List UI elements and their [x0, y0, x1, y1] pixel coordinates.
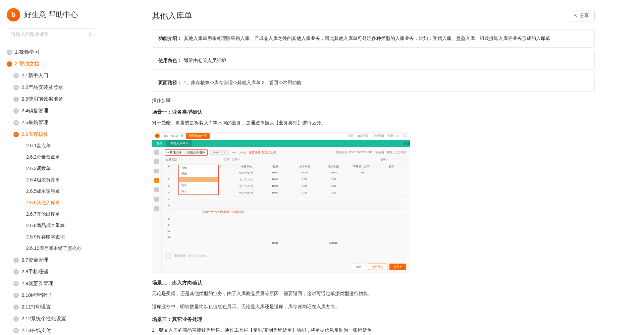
nav-label: 2.1新手入门	[21, 72, 48, 79]
nav-label: 2.9优惠券管理	[21, 280, 53, 287]
expand-icon	[13, 293, 19, 298]
nav-item[interactable]: 2.6.7其他出库单	[7, 209, 95, 220]
expand-icon	[13, 258, 19, 263]
ss-tab-home: 首页	[152, 140, 166, 147]
nav-label: 2.5采购管理	[21, 119, 48, 126]
nav-label: 2.12系统个性化设置	[21, 316, 66, 322]
ss-tab-current: 其他入库单 ×	[166, 140, 192, 147]
nav-item[interactable]: 2.6.9库存账本查询	[7, 231, 95, 243]
ss-sidebar	[152, 147, 162, 273]
nav-label: 2.4销售管理	[21, 108, 48, 114]
ss-biztype-dropdown: 其他受赠 拆装拆分	[178, 165, 219, 195]
nav-item[interactable]: 2.6.6其他入库单	[7, 197, 95, 209]
share-label: 分享	[580, 13, 589, 19]
nav-label: 2.6.6其他入库单	[26, 200, 60, 206]
main: 其他入库单 ⇱ 分享 功能介绍：其他入库单用来处理除采购入库、产成品入库之外的其…	[102, 0, 644, 335]
search-input[interactable]	[7, 28, 95, 40]
scene3-text: 1、赠品入库的商品直接转为销售。通过工具栏【复制/复制为销货单】功能，将单据信息…	[152, 326, 595, 334]
title-row: 其他入库单 ⇱ 分享	[152, 10, 595, 21]
nav-label: 2.6.1盘点单	[26, 143, 51, 149]
nav-item[interactable]: 2.11打印设置	[7, 301, 95, 313]
ss-btn-discard: 放弃	[352, 264, 366, 270]
intro-text: 其他入库单用来处理除采购入库、产成品入库之外的其他入库业务，因此其他入库单可处理…	[184, 36, 550, 41]
search-icon[interactable]: ⌕	[89, 31, 92, 37]
intro-label: 功能介绍：	[158, 36, 182, 41]
ss-radio-group: ● 其他入库 ○ 其他入库退库	[165, 149, 208, 156]
page-title: 其他入库单	[152, 10, 192, 21]
logo-row: b 好生意 帮助中心	[0, 0, 102, 28]
nav-item[interactable]: 2.3使用前数据准备	[7, 93, 95, 105]
scene2-text2: 退库业务中，明细数量均以负值红色展示。无论是入库还是退库，库存账均记在入库方向。	[152, 302, 595, 311]
embedded-screenshot: TEST-H002 ☰ 我要购加一下 消息App下载在线客服帮助中心CC 首页 …	[152, 132, 410, 273]
nav-item[interactable]: 2.6.10库存账本错了怎么办	[7, 243, 95, 254]
nav-item[interactable]: 2.6.8商品成本重算	[7, 220, 95, 231]
ss-tab-close-icon: ⋮	[404, 142, 410, 145]
nav-label: 2.6.10库存账本错了怎么办	[26, 245, 82, 252]
nav-item[interactable]: 2.6库存核算	[7, 128, 95, 140]
collapse-icon	[13, 132, 19, 137]
share-button[interactable]: ⇱ 分享	[568, 10, 595, 21]
nav-label: 1.视频学习	[15, 49, 39, 55]
role-text: 通常由仓管人员维护	[184, 58, 226, 63]
ss-logo-icon	[155, 133, 160, 138]
nav-item[interactable]: 2.7资金管理	[7, 254, 95, 266]
nav-item[interactable]: 2.6.3调拨单	[7, 163, 95, 174]
nav-item[interactable]: 2.6.2分量盘点单	[7, 152, 95, 163]
nav-label: 2.2产品安装及登录	[21, 84, 63, 91]
nav-label: 2.3使用前数据准备	[21, 96, 63, 102]
ss-btn-save: 保存 ▾	[389, 264, 406, 270]
collapse-icon	[7, 61, 12, 67]
nav-label: 2.8手机旺铺	[21, 269, 48, 275]
nav-label: 2.6.7其他出库单	[26, 211, 60, 217]
expand-icon	[7, 50, 12, 55]
scene3-title: 场景三：其它业务处理	[152, 316, 595, 323]
steps-label: 操作步骤：	[152, 98, 595, 104]
ss-sidebar-active-icon	[154, 178, 159, 183]
path-box: 页面路径：1、库存核算->库存管理->其他入库单 2、首页->常用功能	[152, 74, 595, 92]
nav-label: 2.6.5成本调整单	[26, 188, 60, 194]
nav: 1.视频学习2.帮助文档2.1新手入门2.2产品安装及登录2.3使用前数据准备2…	[0, 46, 102, 335]
expand-icon	[13, 73, 19, 78]
scene2-text1: 无论是受赠，还是其他类型的业务，由于入库商品质量等原因，需要退回，这时可通过单据…	[152, 289, 595, 298]
path-label: 页面路径：	[158, 80, 182, 85]
nav-label: 2.帮助文档	[15, 61, 39, 67]
nav-label: 2.6.3调拨单	[26, 166, 51, 172]
nav-label: 2.6.4组装拆卸单	[26, 177, 60, 183]
nav-item[interactable]: 2.8手机旺铺	[7, 266, 95, 278]
nav-item[interactable]: 2.2产品安装及登录	[7, 81, 95, 93]
nav-label: 2.7资金管理	[21, 257, 48, 263]
nav-item[interactable]: 2.帮助文档	[7, 58, 95, 70]
role-label: 使用角色：	[158, 58, 182, 63]
ss-date: 2019-12-26	[210, 150, 229, 155]
nav-item[interactable]: 2.13在线支付	[7, 325, 95, 335]
expand-icon	[13, 328, 19, 333]
nav-item[interactable]: 2.1新手入门	[7, 70, 95, 81]
nav-item[interactable]: 2.9优惠券管理	[7, 278, 95, 289]
nav-item[interactable]: 2.10经营管理	[7, 289, 95, 301]
expand-icon	[13, 281, 19, 286]
scene1-text: 对于受赠、盘盈或是拆装入库等不同的业务，是通过单据头【业务类型】进行区分。	[152, 119, 595, 127]
nav-label: 2.13在线支付	[21, 327, 51, 334]
nav-item[interactable]: 1.视频学习	[7, 46, 95, 58]
nav-item[interactable]: 2.5采购管理	[7, 117, 95, 128]
nav-item[interactable]: 2.6.5成本调整单	[7, 186, 95, 197]
path-text: 1、库存核算->库存管理->其他入库单 2、首页->常用功能	[184, 80, 302, 85]
ss-top-btn: 我要购加一下	[186, 133, 210, 139]
nav-item[interactable]: 2.6.1盘点单	[7, 140, 95, 152]
ss-btn-draft: 保存草稿	[368, 264, 387, 270]
role-box: 使用角色：通常由仓管人员维护	[152, 52, 595, 70]
expand-icon	[13, 304, 19, 310]
nav-label: 2.11打印设置	[21, 304, 51, 310]
intro-box: 功能介绍：其他入库单用来处理除采购入库、产成品入库之外的其他入库业务，因此其他入…	[152, 30, 595, 48]
share-icon: ⇱	[574, 13, 578, 18]
expand-icon	[13, 97, 19, 102]
nav-item[interactable]: 2.4销售管理	[7, 105, 95, 117]
nav-label: 2.6.2分量盘点单	[26, 154, 60, 160]
nav-item[interactable]: 2.12系统个性化设置	[7, 313, 95, 325]
expand-icon	[13, 108, 19, 114]
content: 其他入库单 ⇱ 分享 功能介绍：其他入库单用来处理除采购入库、产成品入库之外的其…	[139, 0, 608, 335]
ss-anno1: 入库、退货业务 在这里切换	[239, 150, 277, 155]
expand-icon	[13, 269, 19, 275]
nav-label: 2.6.9库存账本查询	[26, 234, 65, 240]
nav-item[interactable]: 2.6.4组装拆卸单	[7, 174, 95, 186]
